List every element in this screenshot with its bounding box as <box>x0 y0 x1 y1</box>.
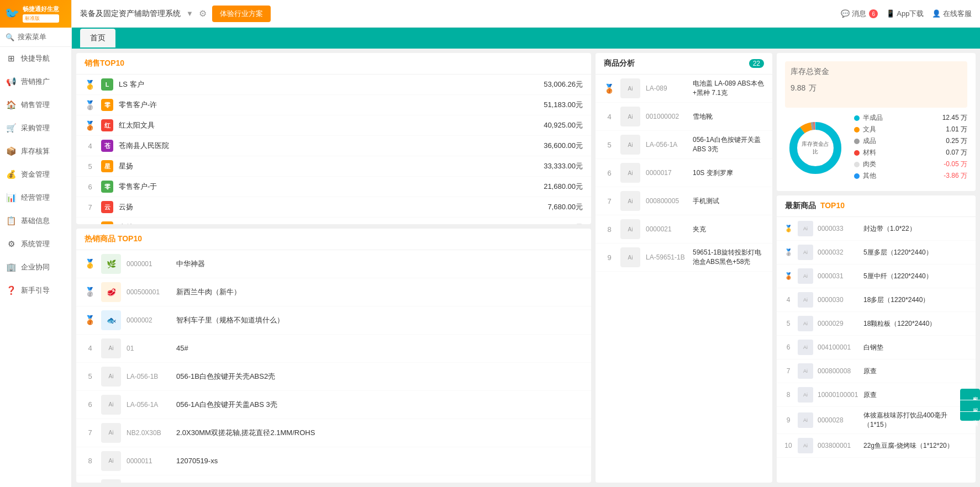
rank-badge-6: 零 <box>101 181 113 193</box>
online-service-label: 在线客服 <box>943 9 972 18</box>
legend-name-3: 材料 <box>863 148 942 157</box>
newest-rank-8: 8 <box>783 391 793 399</box>
legend-dot-1 <box>854 127 860 133</box>
product-analysis-card: 商品分析 22 🥉 Ai LA-089 电池盖 LA-089 ABS本色+黑种 … <box>596 53 772 483</box>
product-analysis-title: 商品分析 <box>604 59 635 68</box>
list-item: 7 Ai NB2.0X30B 2.0X30MM双搓花轴,搓花直径2.1MM/RO… <box>76 419 591 447</box>
sidebar-item-inventory[interactable]: 📦 库存核算 <box>0 140 71 163</box>
purchase-icon: 🛒 <box>6 123 17 133</box>
product-img-6: Ai <box>101 395 121 415</box>
newest-code-10: 003800001 <box>818 442 859 449</box>
newest-img-1: Ai <box>798 221 813 236</box>
legend-name-0: 半成品 <box>863 113 939 123</box>
product-name-4: 45# <box>176 344 583 352</box>
legend-dot-2 <box>854 139 860 144</box>
newest-img-9: Ai <box>798 412 813 428</box>
newest-name-2: 5厘多层（1220*2440） <box>863 248 969 257</box>
product-name-7: 2.0X30MM双搓花轴,搓花直径2.1MM/ROHS <box>176 428 583 438</box>
product-code-8: 0000011 <box>127 457 171 465</box>
inventory-bg: 库存总资金 9.88 万 <box>785 61 967 108</box>
sidebar-item-basic[interactable]: 📋 基础信息 <box>0 209 71 232</box>
product-img-7: Ai <box>101 423 121 443</box>
amount-8: 7,563.00元 <box>547 223 583 224</box>
sidebar-item-system[interactable]: ⚙ 系统管理 <box>0 232 71 256</box>
search-icon: 🔍 <box>6 33 14 41</box>
list-item: 4 Ai 0000030 18多层（1220*2440） <box>777 288 976 312</box>
newest-products-header: 最新商品 TOP10 <box>777 195 976 217</box>
newest-name-6: 白钢垫 <box>863 343 969 352</box>
sidebar-item-label: 销售管理 <box>21 100 50 110</box>
float-btn-live[interactable]: 直播 <box>960 412 980 421</box>
float-btn-community[interactable]: 服务社区 <box>960 400 980 411</box>
float-btn-service[interactable]: 客服热线 <box>960 389 980 400</box>
newest-img-4: Ai <box>798 292 813 308</box>
message-item[interactable]: 💬 消息 6 <box>841 9 878 19</box>
legend-dot-4 <box>854 162 860 167</box>
table-row: 8 Ai 0000021 夹克 <box>596 215 772 244</box>
left-panel: 销售TOP10 🥇 L LS 客户 53,006.26元 🥈 零 零售客户-许 <box>76 53 591 483</box>
product-analysis-header: 商品分析 22 <box>596 53 772 75</box>
sidebar-item-finance[interactable]: 💰 资金管理 <box>0 163 71 186</box>
newest-products-list: 🥇 Ai 0000033 封边带（1.0*22） 🥈 Ai 0000032 5厘… <box>777 217 976 458</box>
app-download-item[interactable]: 📱 App下载 <box>886 9 924 19</box>
amount-3: 40,925.00元 <box>544 120 583 130</box>
analysis-rank-5: 5 <box>604 141 615 149</box>
sidebar-item-purchase[interactable]: 🛒 采购管理 <box>0 117 71 140</box>
customer-name-2: 零售客户-许 <box>119 100 538 110</box>
analysis-code-5: LA-056-1A <box>646 141 687 149</box>
legend-value-4: -0.05 万 <box>944 160 967 169</box>
legend-name-2: 成品 <box>863 136 942 146</box>
topbar: 装备及固定资产辅助管理系统 ▼ ⚙ 体验行业方案 💬 消息 6 📱 App下载 … <box>72 0 980 28</box>
hot-products-card: 热销商品 TOP10 🥇 🌿 0000001 中华神器 🥈 🥩 0005000 <box>76 229 591 483</box>
customer-name-4: 苍南县人民医院 <box>119 141 538 151</box>
hot-products-title: 热销商品 TOP10 <box>85 234 142 244</box>
newest-products-title: 最新商品 TOP10 <box>785 201 845 211</box>
marketing-icon: 📢 <box>6 77 17 87</box>
amount-4: 36,600.00元 <box>544 141 583 151</box>
analysis-name-8: 夹克 <box>693 225 764 234</box>
trial-button[interactable]: 体验行业方案 <box>212 6 271 22</box>
gear-icon[interactable]: ⚙ <box>199 8 207 19</box>
product-name-2: 新西兰牛肉（新牛） <box>176 287 583 297</box>
analysis-rank-9: 9 <box>604 253 615 262</box>
newest-rank-4: 4 <box>783 296 793 304</box>
inventory-unit: 万 <box>809 83 816 92</box>
search-menu-label: 搜索菜单 <box>18 32 46 42</box>
online-service-item[interactable]: 👤 在线客服 <box>932 9 972 19</box>
product-code-4: 01 <box>127 345 171 352</box>
sidebar-item-marketing[interactable]: 📢 营销推广 <box>0 70 71 93</box>
list-item: 🥉 Ai 0000031 5厘中纤（1220*2440） <box>777 264 976 288</box>
product-name-8: 12070519-xs <box>176 457 583 465</box>
list-item: 8 Ai 10000100001 原查 <box>777 383 976 407</box>
legend-item-0: 半成品 12.45 万 <box>854 113 967 123</box>
table-row: 7 云 云扬 7,680.00元 <box>76 197 591 218</box>
table-row: 7 Ai 000800005 手机测试 <box>596 187 772 215</box>
newest-name-4: 18多层（1220*2440） <box>863 295 969 305</box>
newest-medal-3: 🥉 <box>783 272 793 280</box>
dropdown-icon[interactable]: ▼ <box>186 9 193 18</box>
product-medal-1: 🥇 <box>85 258 96 269</box>
table-row: 🥉 Ai LA-089 电池盖 LA-089 ABS本色+黑种 7.1克 <box>596 75 772 103</box>
sidebar-item-label: 经营管理 <box>21 193 50 203</box>
analysis-img-4: Ai <box>620 107 640 126</box>
finance-icon: 💰 <box>6 170 17 179</box>
analysis-name-4: 雪地靴 <box>693 112 764 121</box>
newest-code-5: 0000029 <box>818 320 859 327</box>
basic-icon: 📋 <box>6 216 17 226</box>
system-icon: ⚙ <box>6 239 17 249</box>
legend-value-1: 1.01 万 <box>946 125 967 134</box>
analysis-img-7: Ai <box>620 191 640 211</box>
product-code-3: 0000002 <box>127 316 171 324</box>
search-menu-item[interactable]: 🔍 搜索菜单 <box>0 28 71 47</box>
sidebar-item-quick-nav[interactable]: ⊞ 快捷导航 <box>0 47 71 70</box>
amount-5: 33,333.00元 <box>544 161 583 171</box>
sidebar-item-operation[interactable]: 📊 经营管理 <box>0 186 71 209</box>
analysis-name-7: 手机测试 <box>693 197 764 206</box>
sales-ranking-table: 🥇 L LS 客户 53,006.26元 🥈 零 零售客户-许 51,183.0… <box>76 75 591 224</box>
sidebar-item-enterprise[interactable]: 🏢 企业协同 <box>0 256 71 279</box>
sidebar-item-sales[interactable]: 🏠 销售管理 <box>0 93 71 117</box>
newest-medal-2: 🥈 <box>783 248 793 256</box>
legend-item-1: 文具 1.01 万 <box>854 125 967 134</box>
tab-home[interactable]: 首页 <box>80 29 115 47</box>
sidebar-item-guide[interactable]: ❓ 新手引导 <box>0 279 71 302</box>
